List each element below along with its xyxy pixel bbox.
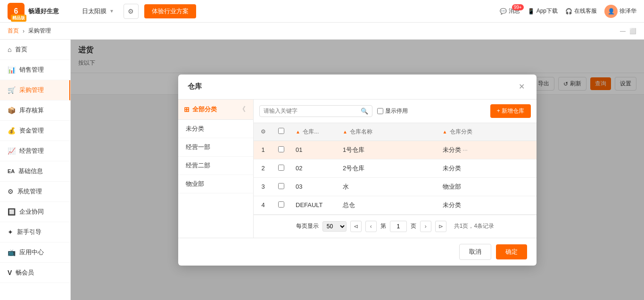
message-icon: 💬 bbox=[500, 8, 507, 15]
add-warehouse-button[interactable]: + 新增仓库 bbox=[490, 104, 531, 118]
cancel-button[interactable]: 取消 bbox=[459, 244, 491, 260]
modal-overlay: 仓库 ✕ ⊞ 全部分类 《 未分类 bbox=[71, 40, 644, 300]
category-item-unclassified[interactable]: 未分类 bbox=[178, 120, 253, 138]
warehouse-category: 未分类 ··· bbox=[437, 141, 537, 159]
warehouse-name: 2号仓库 bbox=[337, 159, 437, 177]
logo-badge: 精品版 bbox=[11, 15, 26, 22]
breadcrumb-home[interactable]: 首页 bbox=[8, 27, 19, 35]
warehouse-code: 03 bbox=[290, 177, 337, 196]
confirm-button[interactable]: 确定 bbox=[496, 244, 527, 259]
header-right: 💬 消息 99+ 📱 App下载 🎧 在线客服 👤 徐泽华 bbox=[500, 5, 636, 18]
page-label: 第 bbox=[380, 222, 386, 230]
row-num: 4 bbox=[254, 196, 272, 214]
row-checkbox[interactable] bbox=[278, 201, 284, 208]
warehouse-name: 水 bbox=[337, 177, 437, 196]
page-number-input[interactable]: 1 bbox=[390, 221, 407, 232]
breadcrumb-separator: › bbox=[23, 28, 25, 34]
row-num: 2 bbox=[254, 159, 272, 177]
per-page-select[interactable]: 50 20 100 bbox=[322, 221, 347, 232]
sidebar-item-purchase[interactable]: 🛒 采购管理 bbox=[0, 80, 70, 100]
sidebar-item-member[interactable]: V 畅会员 bbox=[0, 263, 70, 283]
trial-button[interactable]: 体验行业方案 bbox=[144, 4, 196, 18]
modal-body: ⊞ 全部分类 《 未分类 经营一部 经营二部 物业部 bbox=[178, 100, 537, 238]
select-all-checkbox[interactable] bbox=[278, 128, 284, 134]
sidebar-item-sales[interactable]: 📊 销售管理 bbox=[0, 60, 70, 80]
system-icon: ⚙ bbox=[8, 188, 14, 195]
sidebar-item-appcenter[interactable]: 📺 应用中心 bbox=[0, 242, 70, 263]
message-item[interactable]: 💬 消息 99+ bbox=[500, 7, 520, 15]
category-title: ⊞ 全部分类 bbox=[184, 105, 217, 114]
category-header: ⊞ 全部分类 《 bbox=[178, 100, 253, 120]
row-checkbox[interactable] bbox=[278, 165, 284, 171]
guide-icon: ✦ bbox=[8, 228, 13, 236]
row-checkbox[interactable] bbox=[278, 146, 284, 152]
warehouse-name: 1号仓库 bbox=[337, 141, 437, 159]
app-download-item[interactable]: 📱 App下载 bbox=[528, 7, 558, 15]
user-item[interactable]: 👤 徐泽华 bbox=[604, 5, 636, 18]
show-disabled-checkbox-label[interactable]: 显示停用 bbox=[377, 107, 408, 115]
sidebar-item-home[interactable]: ⌂ 首页 bbox=[0, 40, 70, 60]
row-checkbox[interactable] bbox=[278, 183, 284, 189]
sidebar-item-system[interactable]: ⚙ 系统管理 bbox=[0, 182, 70, 202]
finance-icon: 💰 bbox=[8, 127, 16, 134]
total-label: 共1页，4条记录 bbox=[454, 222, 494, 230]
warehouse-category: 物业部 bbox=[437, 177, 537, 196]
avatar: 👤 bbox=[604, 5, 618, 18]
table-row[interactable]: 2 02 2号仓库 未分类 bbox=[254, 159, 537, 177]
grid-icon: ⊞ bbox=[184, 106, 190, 113]
page-suffix: 页 bbox=[411, 222, 416, 230]
table-panel: 🔍 显示停用 + 新增仓库 bbox=[254, 100, 537, 238]
sidebar-item-finance[interactable]: 💰 资金管理 bbox=[0, 121, 70, 141]
purchase-icon: 🛒 bbox=[8, 86, 16, 94]
last-page-button[interactable]: ⊳ bbox=[435, 221, 446, 232]
warehouse-category: 未分类 bbox=[437, 159, 537, 177]
table-row[interactable]: 1 01 1号仓库 未分类 ··· bbox=[254, 141, 537, 159]
logo-area: 6 精品版 畅通好生意 bbox=[8, 3, 78, 20]
table-header-row: ⚙ ▲ 仓库... bbox=[254, 123, 537, 141]
search-icon: 🔍 bbox=[361, 108, 368, 115]
settings-col-icon: ⚙ bbox=[261, 128, 266, 135]
modal-close-button[interactable]: ✕ bbox=[516, 81, 527, 92]
sidebar-item-operation[interactable]: 📈 经营管理 bbox=[0, 141, 70, 161]
warehouse-code: 01 bbox=[290, 141, 337, 159]
category-item-dept2[interactable]: 经营二部 bbox=[178, 157, 253, 175]
sidebar-item-enterprise[interactable]: 🔲 企业协同 bbox=[0, 202, 70, 222]
top-header: 6 精品版 畅通好生意 日太阳膜 ▼ ⚙ 体验行业方案 💬 消息 99+ 📱 A… bbox=[0, 0, 644, 23]
basic-icon: EA bbox=[8, 168, 15, 174]
breadcrumb: 首页 › 采购管理 — ⬜ bbox=[0, 23, 644, 40]
category-item-dept1[interactable]: 经营一部 bbox=[178, 138, 253, 157]
sidebar-item-guide[interactable]: ✦ 新手引导 bbox=[0, 222, 70, 242]
online-service-item[interactable]: 🎧 在线客服 bbox=[565, 7, 597, 15]
table-row[interactable]: 4 DEFAULT 总仓 未分类 bbox=[254, 196, 537, 214]
sidebar: ⌂ 首页 📊 销售管理 🛒 采购管理 📦 库存核算 💰 资金管理 📈 经营管理 … bbox=[0, 40, 71, 300]
content-area: 进货 按以下 🖨 印 ↑ 导出 ↺ 刷新 查询 设置 bbox=[71, 40, 644, 300]
settings-button[interactable]: ⚙ bbox=[124, 4, 139, 19]
company-selector[interactable]: 日太阳膜 ▼ bbox=[78, 5, 118, 17]
minimize-button[interactable]: — bbox=[620, 28, 626, 34]
logo-text: 畅通好生意 bbox=[28, 7, 59, 16]
logo-icon: 6 精品版 bbox=[8, 3, 25, 20]
modal-header: 仓库 ✕ bbox=[178, 75, 537, 100]
modal-footer: 取消 确定 bbox=[178, 238, 537, 266]
collapse-button[interactable]: 《 bbox=[237, 104, 248, 115]
sort-icon: ▲ bbox=[296, 129, 300, 134]
sidebar-item-inventory[interactable]: 📦 库存核算 bbox=[0, 100, 70, 121]
category-panel: ⊞ 全部分类 《 未分类 经营一部 经营二部 物业部 bbox=[178, 100, 254, 238]
search-input[interactable] bbox=[264, 108, 361, 114]
row-actions[interactable]: ··· bbox=[462, 146, 468, 153]
first-page-button[interactable]: ⊲ bbox=[350, 221, 362, 232]
warehouse-name: 总仓 bbox=[337, 196, 437, 214]
appcenter-icon: 📺 bbox=[8, 249, 16, 256]
enterprise-icon: 🔲 bbox=[8, 208, 16, 216]
breadcrumb-current: 采购管理 bbox=[28, 27, 51, 35]
sidebar-item-basic[interactable]: EA 基础信息 bbox=[0, 161, 70, 182]
prev-page-button[interactable]: ‹ bbox=[365, 221, 377, 232]
table-row[interactable]: 3 03 水 物业部 bbox=[254, 177, 537, 196]
warehouse-code: DEFAULT bbox=[290, 196, 337, 214]
category-item-property[interactable]: 物业部 bbox=[178, 175, 253, 193]
maximize-button[interactable]: ⬜ bbox=[629, 28, 636, 34]
warehouse-table: ⚙ ▲ 仓库... bbox=[254, 123, 537, 215]
sort-icon-2: ▲ bbox=[343, 129, 347, 134]
next-page-button[interactable]: › bbox=[420, 221, 431, 232]
show-disabled-checkbox[interactable] bbox=[377, 108, 383, 114]
